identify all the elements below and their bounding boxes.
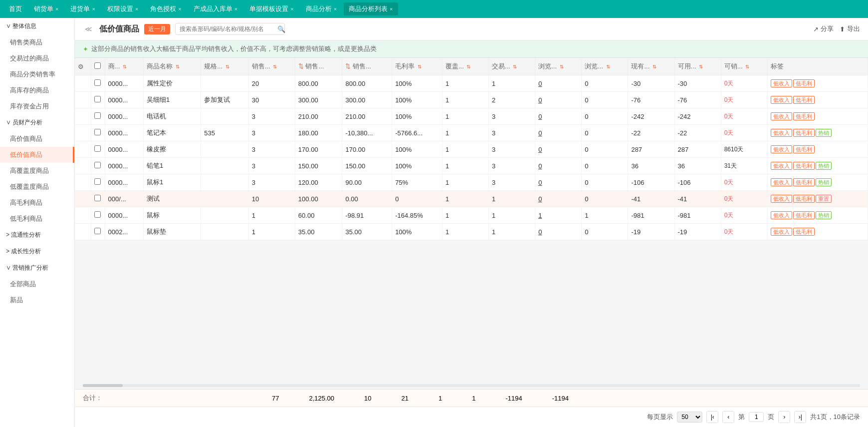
sidebar-item-new[interactable]: 新品 xyxy=(0,292,74,308)
table-header-row: ⚙ 商... ⇅ 商品名称 ⇅ 规格... ⇅ 销售... ⇅ ⇅ 销售... … xyxy=(75,58,868,75)
browse-link[interactable]: 1 xyxy=(538,212,542,219)
cell-s1: 1 xyxy=(248,224,295,240)
cell-stock1: -242 xyxy=(628,108,674,125)
browse-link[interactable]: 0 xyxy=(538,228,542,236)
nav-purchase[interactable]: 进货单 × xyxy=(65,2,100,15)
row-checkbox[interactable] xyxy=(94,162,101,168)
sidebar-group-flow[interactable]: > 流通性分析 xyxy=(0,227,74,243)
sidebar-group-marketing[interactable]: ∨ 营销推广分析 xyxy=(0,260,74,276)
nav-close-analysis-list[interactable]: × xyxy=(390,6,393,12)
cell-num xyxy=(91,108,105,125)
nav-analysis[interactable]: 商品分析 × xyxy=(301,2,342,15)
sidebar-item-all[interactable]: 全部商品 xyxy=(0,276,74,292)
nav-home[interactable]: 首页 xyxy=(4,2,27,15)
prev-page-button[interactable]: ‹ xyxy=(722,411,734,423)
sidebar-item-stock-value[interactable]: 库存资金占用 xyxy=(0,98,74,114)
nav-permissions[interactable]: 权限设置 × xyxy=(102,2,143,15)
cell-code: 0000... xyxy=(105,141,143,158)
cell-name: 橡皮擦 xyxy=(143,141,201,158)
nav-close-purchase[interactable]: × xyxy=(92,6,95,12)
export-button[interactable]: ⬆ 导出 xyxy=(840,24,860,33)
cell-tags: 低收入低毛利 xyxy=(767,75,868,92)
row-checkbox[interactable] xyxy=(94,228,101,234)
collapse-button[interactable]: ≪ xyxy=(83,23,94,35)
tag-低毛利: 低毛利 xyxy=(793,129,815,137)
nav-close-analysis[interactable]: × xyxy=(334,6,337,12)
per-page-select[interactable]: 50 100 xyxy=(677,412,702,423)
cell-stock2: -19 xyxy=(674,224,721,240)
sidebar-group-finance[interactable]: ∨ 员财产分析 xyxy=(0,114,74,131)
cell-tags: 低收入低毛利 xyxy=(767,141,868,158)
row-checkbox[interactable] xyxy=(94,211,101,218)
cell-browse1: 0 xyxy=(535,125,582,141)
cell-stock2: -76 xyxy=(674,92,721,108)
nav-close-sales[interactable]: × xyxy=(55,6,58,12)
nav-templates[interactable]: 单据模板设置 × xyxy=(244,2,298,15)
sidebar-item-high-value[interactable]: 高价值商品 xyxy=(0,131,74,147)
cell-cover: 1 xyxy=(442,141,488,158)
select-all-checkbox[interactable] xyxy=(94,62,101,69)
browse-link[interactable]: 0 xyxy=(538,146,542,153)
cell-days: 0天 xyxy=(721,108,767,125)
browse-link[interactable]: 0 xyxy=(538,113,542,120)
row-checkbox[interactable] xyxy=(94,178,101,185)
settings-icon[interactable]: ⚙ xyxy=(78,63,84,70)
sidebar-item-low-coverage[interactable]: 低覆盖度商品 xyxy=(0,179,74,195)
sidebar-item-traded[interactable]: 交易过的商品 xyxy=(0,50,74,66)
browse-link[interactable]: 0 xyxy=(538,179,542,186)
page-number-input[interactable] xyxy=(749,412,764,422)
browse-link[interactable]: 0 xyxy=(538,129,542,137)
nav-close-permissions[interactable]: × xyxy=(135,6,138,12)
sidebar-item-high-stock[interactable]: 高库存的商品 xyxy=(0,82,74,98)
sidebar-item-low-value[interactable]: 低价值商品 xyxy=(0,147,74,163)
cell-cover: 1 xyxy=(442,174,488,191)
search-icon[interactable]: 🔍 xyxy=(277,25,285,33)
row-checkbox[interactable] xyxy=(94,79,101,86)
footer-trade: 21 xyxy=(402,395,409,402)
browse-link[interactable]: 0 xyxy=(538,195,542,203)
share-button[interactable]: ↗ 分享 xyxy=(813,24,834,33)
col-stock3: 可销... ⇅ xyxy=(721,58,767,75)
cell-s1: 3 xyxy=(248,174,295,191)
nav-products[interactable]: 产成品入库单 × xyxy=(189,2,242,15)
row-checkbox[interactable] xyxy=(94,195,101,201)
browse-link[interactable]: 0 xyxy=(538,80,542,87)
cell-code: 0002... xyxy=(105,224,143,240)
nav-close-roles[interactable]: × xyxy=(178,6,181,12)
cell-margin: 0 xyxy=(392,191,442,207)
sidebar-group-growth[interactable]: > 成长性分析 xyxy=(0,243,74,260)
row-checkbox[interactable] xyxy=(94,112,101,119)
content-header: ≪ 低价值商品 近一月 🔍 ↗ 分享 ⬆ 导出 xyxy=(75,18,868,40)
browse-link[interactable]: 0 xyxy=(538,96,542,104)
row-checkbox[interactable] xyxy=(94,145,101,152)
cell-num xyxy=(91,207,105,224)
sidebar-item-sales-category[interactable]: 销售类商品 xyxy=(0,34,74,50)
nav-close-templates[interactable]: × xyxy=(290,6,293,12)
sidebar-item-low-margin[interactable]: 低毛利商品 xyxy=(0,211,74,227)
cell-margin: 100% xyxy=(392,224,442,240)
browse-link[interactable]: 0 xyxy=(538,162,542,170)
col-settings[interactable]: ⚙ xyxy=(75,58,91,75)
nav-sales[interactable]: 销货单 × xyxy=(29,2,63,15)
cell-browse1: 0 xyxy=(535,92,582,108)
sidebar-item-high-margin[interactable]: 高毛利商品 xyxy=(0,195,74,211)
nav-close-products[interactable]: × xyxy=(234,6,237,12)
search-input[interactable] xyxy=(175,23,285,35)
nav-analysis-list[interactable]: 商品分析列表 × xyxy=(344,2,398,15)
first-page-button[interactable]: |‹ xyxy=(706,411,718,423)
row-checkbox[interactable] xyxy=(94,129,101,135)
sidebar-group-overview[interactable]: ∨ 整体信息 xyxy=(0,18,74,34)
row-checkbox[interactable] xyxy=(94,96,101,102)
cell-num xyxy=(91,75,105,92)
sidebar-item-high-coverage[interactable]: 高覆盖度商品 xyxy=(0,163,74,179)
cell-trade: 3 xyxy=(489,174,535,191)
last-page-button[interactable]: ›| xyxy=(794,411,806,423)
nav-roles[interactable]: 角色授权 × xyxy=(145,2,186,15)
time-badge[interactable]: 近一月 xyxy=(144,24,170,34)
days-value: 0天 xyxy=(724,195,734,202)
tag-低毛利: 低毛利 xyxy=(793,145,815,153)
sidebar-item-category-rate[interactable]: 商品分类销售率 xyxy=(0,66,74,82)
cell-days: 8610天 xyxy=(721,141,767,158)
next-page-button[interactable]: › xyxy=(778,411,790,423)
scrollbar-thumb[interactable] xyxy=(83,384,123,387)
